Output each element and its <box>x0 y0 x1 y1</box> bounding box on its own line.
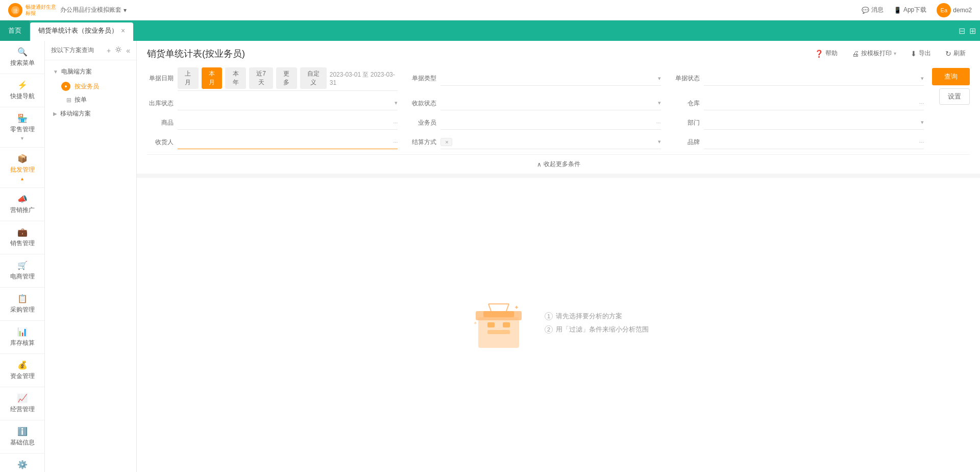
warehouse-cell: 仓库 ··· <box>673 96 924 110</box>
mobile-arrow-icon: ▶ <box>53 111 57 116</box>
sidebar-item-quicknav[interactable]: ⚡ 快捷导航 <box>0 74 44 107</box>
sidebar-item-inventory[interactable]: 📊 库存核算 <box>0 321 44 354</box>
operation-icon: 📈 <box>17 393 28 403</box>
stock-status-control[interactable]: ▾ <box>178 96 398 110</box>
consignee-ellipsis-icon: ··· <box>393 139 398 145</box>
payment-status-arrow-icon: ▾ <box>658 100 661 106</box>
order-type-control[interactable]: ▾ <box>440 72 660 86</box>
brand-control[interactable]: ··· <box>704 135 924 149</box>
settings-button[interactable]: 设置 <box>939 88 970 105</box>
sidebar-item-sales[interactable]: 💼 销售管理 <box>0 221 44 254</box>
product-cell: 商品 ··· <box>147 115 398 130</box>
scheme-collapse-icon[interactable]: « <box>126 46 130 55</box>
scheme-desktop-group[interactable]: ▼ 电脑端方案 <box>45 64 136 79</box>
sidebar-label-search: 搜索菜单 <box>10 59 35 67</box>
ecommerce-icon: 🛒 <box>17 261 28 270</box>
order-status-cell: 单据状态 ▾ <box>673 72 924 86</box>
svg-text:✦: ✦ <box>514 304 519 311</box>
settle-tag-clear[interactable]: × <box>445 139 448 145</box>
page-right-actions: ❓ 帮助 🖨 按模板打印 ▾ ⬇ 导出 ↻ <box>811 47 970 60</box>
salesperson-control[interactable]: ··· <box>440 115 660 130</box>
sidebar-item-basic-info[interactable]: ℹ️ 基础信息 <box>0 420 44 454</box>
message-action[interactable]: 💬 消息 <box>862 6 884 14</box>
sidebar-item-operation[interactable]: 📈 经营管理 <box>0 387 44 420</box>
sidebar-item-finance[interactable]: 💰 资金管理 <box>0 354 44 387</box>
workspace-dropdown[interactable]: 办公用品行业模拟账套 ▾ <box>60 6 127 14</box>
date-btn-custom[interactable]: 自定义 <box>300 67 327 89</box>
desktop-group-label: 电脑端方案 <box>61 67 128 76</box>
salesperson-label: 业务员 <box>410 119 436 127</box>
order-type-cell: 单据类型 ▾ <box>410 72 660 86</box>
wholesale-icon: 📦 <box>17 154 28 163</box>
sidebar-item-retail[interactable]: 🏪 零售管理 ▼ <box>0 107 44 148</box>
date-btn-last-month[interactable]: 上月 <box>178 67 199 89</box>
sidebar-label-basic-info: 基础信息 <box>10 438 35 447</box>
svg-line-6 <box>488 304 491 311</box>
tab-sales-report[interactable]: 销货单统计表（按业务员） × <box>30 22 133 41</box>
refresh-button[interactable]: ↻ 刷新 <box>941 47 970 60</box>
sidebar-item-system[interactable]: ⚙️ 系统管理 <box>0 454 44 472</box>
warehouse-control[interactable]: ··· <box>704 96 924 110</box>
sidebar-item-ecommerce[interactable]: 🛒 电商管理 <box>0 254 44 288</box>
department-arrow-icon: ▾ <box>921 119 924 126</box>
collapse-icon: ∧ <box>537 161 542 168</box>
settle-control[interactable]: × ▾ <box>440 135 660 149</box>
tab-home[interactable]: 首页 <box>0 20 30 41</box>
search-icon: 🔍 <box>17 47 28 57</box>
message-icon: 💬 <box>862 7 869 14</box>
scheme-by-order[interactable]: ⊞ 按单 <box>45 93 136 106</box>
desktop-arrow-icon: ▼ <box>53 69 58 75</box>
brand-cell: 品牌 ··· <box>673 135 924 149</box>
top-header: 捷 畅捷通好生意 标报 办公用品行业模拟账套 ▾ 💬 消息 📱 App下载 Ea… <box>0 0 980 20</box>
by-order-icon: ⊞ <box>66 97 71 104</box>
department-label: 部门 <box>673 119 700 127</box>
date-cell: 单据日期 上月 本月 本年 近7天 更多 自定义 2023-03-01 至 20… <box>147 66 398 91</box>
empty-state: ✦ ✦ 1 请先选择要分析的方案 <box>137 178 980 472</box>
svg-rect-13 <box>487 330 510 334</box>
sidebar-item-search[interactable]: 🔍 搜索菜单 <box>0 41 44 74</box>
help-icon: ❓ <box>815 50 823 58</box>
tab-minimize-icon[interactable]: ⊟ <box>959 26 965 36</box>
scheme-add-icon[interactable]: + <box>107 46 111 55</box>
tab-maximize-icon[interactable]: ⊞ <box>969 26 976 36</box>
date-btn-this-year[interactable]: 本年 <box>225 67 246 89</box>
finance-icon: 💰 <box>17 360 28 370</box>
help-button[interactable]: ❓ 帮助 <box>811 47 842 60</box>
date-btn-this-month[interactable]: 本月 <box>202 67 223 89</box>
stock-status-label: 出库状态 <box>147 99 174 108</box>
logo-text: 畅捷通好生意 标报 <box>26 4 56 16</box>
scheme-by-salesperson[interactable]: ● 按业务员 <box>45 79 136 93</box>
consignee-control[interactable]: ··· <box>178 135 398 149</box>
sidebar-item-wholesale[interactable]: 📦 批发管理 ▲ <box>0 148 44 188</box>
department-control[interactable]: ▾ <box>704 115 924 130</box>
print-button[interactable]: 🖨 按模板打印 ▾ <box>848 47 900 60</box>
empty-box-svg: ✦ ✦ <box>468 297 529 353</box>
workspace-arrow-icon: ▾ <box>124 7 127 14</box>
payment-status-control[interactable]: ▾ <box>440 96 660 110</box>
scheme-mobile-group[interactable]: ▶ 移动端方案 <box>45 106 136 121</box>
query-button[interactable]: 查询 <box>932 68 970 85</box>
export-icon: ⬇ <box>911 50 917 58</box>
warehouse-ellipsis-icon: ··· <box>919 100 924 106</box>
scheme-settings-icon[interactable] <box>115 46 122 55</box>
date-btn-7days[interactable]: 近7天 <box>249 67 273 89</box>
export-button[interactable]: ⬇ 导出 <box>906 47 935 60</box>
filter-row-1: 单据日期 上月 本月 本年 近7天 更多 自定义 2023-03-01 至 20… <box>147 66 924 91</box>
date-btn-more[interactable]: 更多 <box>276 67 297 89</box>
payment-status-cell: 收款状态 ▾ <box>410 96 660 110</box>
user-area[interactable]: Ea demo2 <box>937 3 972 17</box>
app-download-action[interactable]: 📱 App下载 <box>894 6 926 14</box>
sidebar-item-marketing[interactable]: 📣 营销推广 <box>0 188 44 221</box>
content-area: 按以下方案查询 + « ▼ 电脑端方案 <box>45 41 980 472</box>
sidebar-label-marketing: 营销推广 <box>10 206 35 215</box>
by-order-label: 按单 <box>75 96 87 104</box>
collapse-button[interactable]: ∧ 收起更多条件 <box>531 158 586 171</box>
date-control: 上月 本月 本年 近7天 更多 自定义 2023-03-01 至 2023-03… <box>178 66 398 91</box>
sidebar-label-sales: 销售管理 <box>10 239 35 248</box>
scheme-panel-body: ▼ 电脑端方案 ● 按业务员 ⊞ 按单 ▶ 移动端方案 <box>45 60 136 125</box>
logo-area[interactable]: 捷 畅捷通好生意 标报 <box>8 3 56 17</box>
product-control[interactable]: ··· <box>178 115 398 130</box>
order-status-control[interactable]: ▾ <box>704 72 924 86</box>
tab-close-icon[interactable]: × <box>121 27 125 35</box>
sidebar-item-purchase[interactable]: 📋 采购管理 <box>0 288 44 321</box>
